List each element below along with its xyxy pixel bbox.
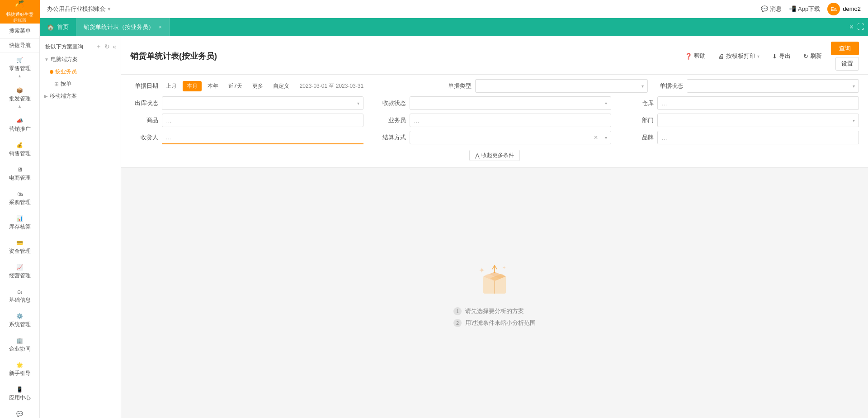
date-tab-7days[interactable]: 近7天 — [224, 81, 246, 91]
goods-input[interactable]: … — [162, 114, 363, 127]
export-icon: ⬇ — [772, 53, 777, 60]
add-scheme-icon[interactable]: ＋ — [95, 43, 102, 51]
finance-icon: 💳 — [16, 240, 23, 246]
filter-doc-type-col: 单据类型 ▾ — [443, 79, 647, 93]
message-button[interactable]: 💬 消息 — [761, 5, 782, 13]
tabbar: 🏠 首页 销货单统计表（按业务员） × × ⛶ — [40, 18, 868, 36]
grid-icon: ⊞ — [54, 81, 59, 87]
tree-item-salesman[interactable]: 按业务员 — [40, 66, 121, 78]
sidebar-quick-nav[interactable]: 快捷导航 — [0, 39, 39, 52]
settle-input[interactable]: ✕ ▾ — [410, 131, 611, 144]
print-button[interactable]: 🖨 按模板打印 ▾ — [715, 50, 763, 62]
tab-home[interactable]: 🏠 首页 — [40, 18, 76, 36]
date-tab-this-year[interactable]: 本年 — [203, 81, 222, 91]
sidebar-item-apps[interactable]: 📱 应用中心 — [0, 382, 39, 406]
filter-brand-col: 品牌 … — [626, 131, 859, 144]
filter-row-3: 商品 … 业务员 … 部门 — [130, 114, 859, 127]
date-tab-more[interactable]: 更多 — [248, 81, 267, 91]
doc-type-label: 单据类型 — [443, 82, 475, 90]
wechat-icon: 💬 — [16, 411, 23, 417]
tab-close-icon[interactable]: × — [159, 24, 162, 30]
sidebar-item-system[interactable]: ⚙️ 系统管理 — [0, 309, 39, 333]
collapse-panel-icon[interactable]: « — [113, 43, 116, 50]
ecom-icon: 🖥 — [17, 166, 23, 173]
sidebar-item-inventory[interactable]: 📊 库存核算 — [0, 211, 39, 235]
sidebar-item-retail[interactable]: 🛒 零售管理 ▲ — [0, 52, 39, 83]
doc-type-input[interactable]: ▾ — [475, 79, 647, 93]
refresh-button[interactable]: ↻ 刷新 — [800, 50, 826, 62]
tab-expand-icon[interactable]: ⛶ — [857, 23, 864, 31]
sidebar-item-corp[interactable]: 🏢 企业协同 — [0, 333, 39, 357]
sidebar-item-sales[interactable]: 💰 销售管理 — [0, 138, 39, 162]
app-download-button[interactable]: 📲 App下载 — [789, 5, 820, 13]
doc-status-arrow-icon: ▾ — [853, 84, 855, 89]
receipt-status-input[interactable]: ▾ — [410, 96, 611, 110]
doc-status-input[interactable]: ▾ — [687, 79, 859, 93]
settle-clear-icon[interactable]: ✕ — [594, 134, 598, 141]
sidebar-item-newbie[interactable]: 🌟 新手引导 — [0, 357, 39, 382]
sidebar-item-finance[interactable]: 💳 资金管理 — [0, 235, 39, 260]
sidebar-item-ops[interactable]: 📈 经营管理 — [0, 260, 39, 284]
system-icon: ⚙️ — [16, 313, 23, 319]
date-tab-last-month[interactable]: 上月 — [162, 81, 181, 91]
date-tab-custom[interactable]: 自定义 — [269, 81, 293, 91]
print-icon: 🖨 — [718, 53, 724, 60]
refresh-scheme-icon[interactable]: ↻ — [104, 43, 110, 50]
salesman-label: 业务员 — [378, 116, 410, 124]
tree-group-pc-header[interactable]: ▼ 电脑端方案 — [40, 53, 121, 66]
help-icon: ❓ — [685, 53, 692, 60]
filter-settle-col: 结算方式 ✕ ▾ — [378, 131, 611, 144]
refresh-icon: ↻ — [803, 53, 808, 60]
tab-sales-stat[interactable]: 销货单统计表（按业务员） × — [76, 18, 170, 36]
consignee-label: 收货人 — [130, 133, 162, 142]
salesman-input[interactable]: … — [410, 114, 611, 127]
setting-button[interactable]: 设置 — [835, 57, 859, 71]
filter-doc-status-col: 单据状态 ▾ — [655, 79, 859, 93]
logo-text: 畅捷通好生意 — [6, 12, 33, 17]
tabbar-controls: × ⛶ — [846, 18, 868, 36]
out-status-input[interactable]: ▾ — [162, 96, 363, 110]
help-button[interactable]: ❓ 帮助 — [681, 50, 709, 62]
filter-warehouse-col: 仓库 … — [626, 96, 859, 110]
sidebar-item-purchase[interactable]: 🛍 采购管理 — [0, 186, 39, 211]
sidebar-item-wholesale[interactable]: 📦 批发管理 ▲ — [0, 83, 39, 113]
main-area: 办公用品行业模拟账套 ▾ 💬 消息 📲 App下载 Ea demo2 🏠 首页 … — [40, 0, 868, 418]
empty-hints: 1 请先选择要分析的方案 2 用过滤条件来缩小分析范围 — [453, 307, 536, 327]
topbar-dropdown-icon[interactable]: ▾ — [108, 5, 111, 12]
sidebar: 🍊 畅捷通好生意 标账版 搜索菜单 快捷导航 🛒 零售管理 ▲ 📦 批发管理 ▲… — [0, 0, 40, 418]
logo-icon: 🍊 — [14, 0, 25, 11]
left-panel-header: 按以下方案查询 ＋ ↻ « — [40, 40, 121, 53]
topbar-right: 💬 消息 📲 App下载 Ea demo2 — [761, 3, 861, 15]
sidebar-item-basic[interactable]: 🗂 基础信息 — [0, 284, 39, 309]
collapse-up-icon: ⋀ — [475, 152, 480, 159]
corp-icon: 🏢 — [16, 337, 23, 344]
tree-group-mobile-header[interactable]: ▶ 移动端方案 — [40, 90, 121, 102]
settle-arrow-icon: ▾ — [605, 135, 607, 140]
print-dropdown-icon: ▾ — [757, 54, 760, 59]
newbie-icon: 🌟 — [16, 362, 23, 368]
right-panel: 销货单统计表(按业务员) ❓ 帮助 🖨 按模板打印 ▾ ⬇ 导出 — [121, 36, 868, 418]
filter-consignee-col: 收货人 … — [130, 131, 363, 144]
dept-input[interactable]: ▾ — [657, 114, 859, 127]
tree-item-order[interactable]: ⊞ 按单 — [40, 78, 121, 90]
user-profile[interactable]: Ea demo2 — [827, 3, 861, 15]
brand-input[interactable]: … — [657, 131, 859, 144]
tab-close-all-icon[interactable]: × — [849, 23, 854, 31]
query-button[interactable]: 查询 — [831, 42, 859, 55]
date-tab-this-month[interactable]: 本月 — [183, 81, 202, 91]
sidebar-search[interactable]: 搜索菜单 — [0, 24, 39, 39]
sidebar-item-ecom[interactable]: 🖥 电商管理 — [0, 162, 39, 186]
consignee-input[interactable]: … — [162, 131, 363, 144]
avatar: Ea — [827, 3, 840, 15]
export-button[interactable]: ⬇ 导出 — [769, 50, 794, 62]
filter-row-2: 出库状态 ▾ 收款状态 ▾ 仓库 — [130, 96, 859, 110]
sidebar-item-wechat[interactable]: 💬 企业微信 — [0, 406, 39, 418]
date-range-display: 2023-03-01 至 2023-03-31 — [300, 82, 363, 90]
sidebar-item-marketing[interactable]: 📣 营销推广 — [0, 113, 39, 138]
svg-text:✦: ✦ — [479, 266, 485, 274]
filter-row-4: 收货人 … 结算方式 ✕ ▾ 品牌 — [130, 131, 859, 144]
collapse-button[interactable]: ⋀ 收起更多条件 — [469, 150, 520, 161]
hint-1: 1 请先选择要分析的方案 — [453, 307, 536, 315]
warehouse-input[interactable]: … — [657, 96, 859, 110]
svg-text:✦: ✦ — [502, 265, 506, 270]
